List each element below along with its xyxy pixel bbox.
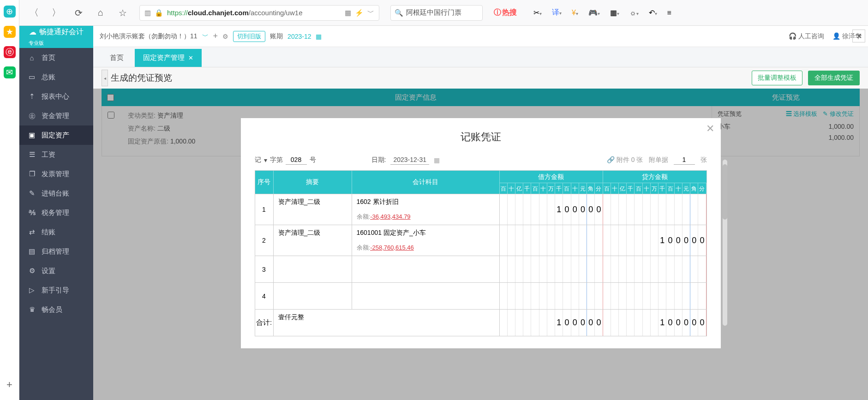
search-icon: 🔍: [395, 9, 403, 17]
sidebar-item-4[interactable]: ▣固定资产: [19, 125, 93, 145]
app-topbar: 刘小艳演示账套（勿删勿动！）11 ﹀ + ⚙ 切到旧版 账期 2023-12 ▦…: [93, 26, 868, 47]
brand: ☁畅捷通好会计 专业版: [19, 26, 93, 48]
favorite-icon[interactable]: ☆: [117, 7, 128, 18]
main-area: ✕ 刘小艳演示账套（勿删勿动！）11 ﹀ + ⚙ 切到旧版 账期 2023-12…: [93, 26, 868, 400]
sidebar-item-0[interactable]: ⌂首页: [19, 48, 93, 67]
sub-header: ◂ 生成的凭证预览 批量调整模板 全部生成凭证: [93, 67, 868, 89]
forward-icon[interactable]: 〉: [51, 7, 62, 18]
calendar-icon[interactable]: ▦: [434, 156, 440, 164]
os-icon-1[interactable]: ⊕: [4, 6, 16, 18]
collapse-handle[interactable]: ◂: [102, 70, 108, 86]
tab-bar: 首页 固定资产管理✕: [93, 47, 868, 67]
shield-icon: ▥: [144, 9, 151, 17]
voucher-row[interactable]: 1资产清理_二级1602 累计折旧余额:-36,493,434.79100000: [255, 194, 706, 225]
sidebar-item-12[interactable]: ▷新手引导: [19, 281, 93, 300]
panel-close-icon[interactable]: ✕: [852, 30, 865, 42]
sidebar-item-3[interactable]: ㊎资金管理: [19, 106, 93, 125]
bolt-icon[interactable]: ⚡: [355, 9, 364, 17]
account-selector[interactable]: 刘小艳演示账套（勿删勿动！）11 ﹀ + ⚙ 切到旧版 账期 2023-12 ▦: [100, 31, 322, 42]
sidebar-item-8[interactable]: ℁税务管理: [19, 203, 93, 222]
chevron-down-icon[interactable]: ▾: [264, 156, 267, 164]
th-summary: 摘要: [274, 171, 352, 194]
period-value[interactable]: 2023-12: [287, 33, 311, 40]
scissors-icon[interactable]: ✂▾: [533, 8, 542, 17]
add-app-icon[interactable]: +: [6, 379, 12, 391]
tab-fixed-assets[interactable]: 固定资产管理✕: [135, 49, 202, 67]
voucher-row[interactable]: 3: [255, 256, 706, 282]
url-text: https://cloud.chanjet.com/accounting/uw1…: [167, 9, 302, 17]
lock-icon: 🔒: [155, 9, 163, 17]
os-icon-2[interactable]: ★: [4, 26, 16, 38]
modal-overlay: ✕ 记账凭证 记▾ 字第 号 日期: 2023-12-31 ▦: [93, 89, 868, 400]
scrollbar[interactable]: [723, 160, 727, 326]
period-label: 账期: [270, 32, 283, 41]
qr-icon[interactable]: ▦: [345, 9, 351, 17]
modal-title: 记账凭证: [255, 130, 707, 144]
close-icon[interactable]: ✕: [188, 54, 193, 61]
data-area: 固定资产信息 凭证预览 变动类型:资产清理 资产名称:二级 固定资产原值:1,0…: [93, 89, 868, 400]
th-debit: 借方金额: [500, 171, 604, 183]
cloud-icon: ☁: [29, 28, 36, 36]
chevron-down-icon[interactable]: ﹀: [367, 8, 374, 17]
voucher-row[interactable]: 2资产清理_二级1601001 固定资产_小车余额:-258,760,615.4…: [255, 225, 706, 256]
home-icon[interactable]: ⌂: [95, 7, 106, 18]
voucher-table: 序号 摘要 会计科目 借方金额 贷方金额 百十亿千百十万千百十元角分百十亿千百十…: [255, 170, 707, 336]
generate-all-button[interactable]: 全部生成凭证: [808, 71, 860, 85]
reload-icon[interactable]: ⟳: [73, 7, 84, 18]
voucher-no-input[interactable]: [286, 155, 307, 165]
apps-icon[interactable]: ▦▾: [610, 8, 619, 17]
sidebar-item-9[interactable]: ⇄结账: [19, 222, 93, 242]
th-credit: 贷方金额: [603, 171, 706, 183]
tab-home[interactable]: 首页: [102, 49, 132, 67]
undo-icon[interactable]: ↶▾: [649, 8, 657, 17]
switch-version-button[interactable]: 切到旧版: [233, 31, 265, 42]
search-box[interactable]: 🔍 阿根廷中国行门票: [390, 5, 483, 21]
sidebar-item-13[interactable]: ♛畅会员: [19, 300, 93, 319]
os-sidebar: ⊕ ★ ⓔ ✉ +: [0, 0, 19, 400]
sidebar-item-11[interactable]: ⚙设置: [19, 261, 93, 281]
calendar-icon[interactable]: ▦: [316, 33, 322, 40]
app-container: ☁畅捷通好会计 专业版 ⌂首页▭总账⇡报表中心㊎资金管理▣固定资产☰工资❐发票管…: [19, 26, 868, 400]
sidebar-item-6[interactable]: ❐发票管理: [19, 164, 93, 184]
modal-meta: 记▾ 字第 号 日期: 2023-12-31 ▦ 🔗 附件 0 张: [255, 155, 707, 165]
brightness-icon[interactable]: ☼▾: [629, 9, 639, 17]
attach-link[interactable]: 🔗 附件 0 张: [607, 156, 643, 164]
sidebar-item-2[interactable]: ⇡报表中心: [19, 87, 93, 106]
page-title: 生成的凭证预览: [111, 72, 172, 84]
url-bar[interactable]: ▥ 🔒 https://cloud.chanjet.com/accounting…: [139, 5, 379, 21]
gear-icon[interactable]: ⚙: [222, 33, 228, 40]
os-icon-4[interactable]: ✉: [4, 66, 16, 78]
headset-icon[interactable]: 🎧 人工咨询: [789, 32, 824, 41]
sidebar-item-5[interactable]: ☰工资: [19, 145, 93, 164]
voucher-modal: ✕ 记账凭证 记▾ 字第 号 日期: 2023-12-31 ▦: [241, 118, 721, 348]
search-text: 阿根廷中国行门票: [406, 8, 461, 17]
chevron-down-icon[interactable]: ﹀: [202, 32, 209, 41]
add-icon[interactable]: +: [213, 31, 218, 41]
voucher-total-row: 合计: 壹仟元整 100000100000: [255, 309, 706, 336]
hot-search-tag[interactable]: ⓘ热搜: [494, 8, 517, 18]
os-icon-3[interactable]: ⓔ: [4, 46, 16, 58]
sidebar-item-7[interactable]: ✎进销台账: [19, 184, 93, 203]
batch-adjust-button[interactable]: 批量调整模板: [752, 71, 802, 85]
game-icon[interactable]: 🎮▾: [588, 8, 600, 17]
menu-icon[interactable]: ≡: [667, 9, 671, 17]
back-icon[interactable]: 〈: [29, 7, 40, 18]
th-index: 序号: [255, 171, 274, 194]
left-nav: ☁畅捷通好会计 专业版 ⌂首页▭总账⇡报表中心㊎资金管理▣固定资产☰工资❐发票管…: [19, 26, 93, 400]
modal-close-icon[interactable]: ✕: [706, 123, 714, 135]
wallet-icon[interactable]: ¥▾: [572, 9, 578, 17]
sidebar-item-10[interactable]: ▤归档管理: [19, 242, 93, 261]
browser-tools: ✂▾ 译▾ ¥▾ 🎮▾ ▦▾ ☼▾ ↶▾ ≡: [533, 8, 671, 18]
slip-count-input[interactable]: [674, 155, 695, 165]
browser-toolbar: 〈 〉 ⟳ ⌂ ☆ ▥ 🔒 https://cloud.chanjet.com/…: [19, 0, 868, 26]
th-account: 会计科目: [352, 171, 500, 194]
sidebar-item-1[interactable]: ▭总账: [19, 67, 93, 87]
voucher-date[interactable]: 2023-12-31: [390, 155, 429, 165]
translate-icon[interactable]: 译▾: [552, 8, 562, 18]
voucher-row[interactable]: 4: [255, 282, 706, 309]
